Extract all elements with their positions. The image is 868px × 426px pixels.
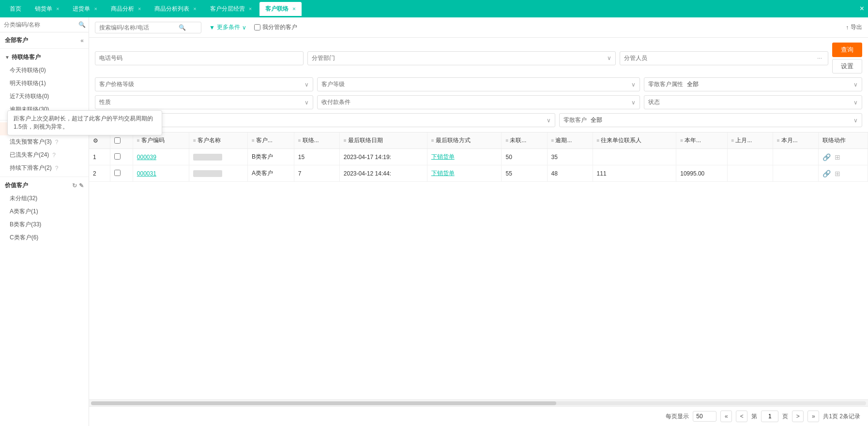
sidebar-group-pending[interactable]: ▼ 待联络客户	[0, 51, 89, 64]
scroll-track[interactable]	[91, 401, 866, 405]
cell-code-1[interactable]: 000039	[133, 149, 189, 165]
cell-last-method-2[interactable]: 下销货单	[427, 165, 502, 182]
qr-icon-1[interactable]: ⊞	[835, 153, 840, 161]
page-nav-last[interactable]: »	[807, 411, 819, 422]
sidebar-item-today[interactable]: 今天待联络(0)	[0, 64, 89, 77]
sort-icon-contacts: ≡	[597, 138, 600, 143]
close-tab-customer-contact[interactable]: ×	[292, 6, 295, 12]
tab-purchase[interactable]: 进货单 ×	[67, 2, 103, 16]
col-uncontacted[interactable]: ≡ 未联...	[502, 132, 547, 149]
filter-price-level[interactable]: 客户价格等级 ∨	[95, 77, 313, 91]
horizontal-scrollbar[interactable]	[89, 399, 868, 406]
filter-manager[interactable]: 分管人员 ···	[620, 51, 828, 65]
close-window-button[interactable]: ×	[860, 4, 864, 13]
refresh-icon[interactable]: ↻	[72, 182, 77, 189]
scroll-thumb[interactable]	[91, 401, 556, 405]
masked-name-1	[193, 154, 222, 161]
col-overdue[interactable]: ≡ 逾期...	[547, 132, 593, 149]
select-all-checkbox[interactable]	[114, 137, 121, 144]
sidebar-item-churn-warning[interactable]: 流失预警客户(3) ?	[0, 135, 89, 148]
sidebar-collapse-button[interactable]: «	[80, 37, 84, 44]
page-nav-prev[interactable]: <	[736, 411, 747, 422]
close-tab-goods-analysis-list[interactable]: ×	[193, 6, 196, 12]
cell-last-method-1[interactable]: 下销货单	[427, 149, 502, 165]
col-last-date[interactable]: ≡ 最后联络日期	[339, 132, 427, 149]
page-size-select[interactable]: 50 100 200	[693, 411, 716, 422]
sidebar-item-tomorrow[interactable]: 明天待联络(1)	[0, 77, 89, 90]
link-icon-1[interactable]: 🔗	[822, 153, 831, 161]
row-checkbox-2[interactable]	[114, 170, 121, 176]
page-input[interactable]	[761, 411, 778, 422]
col-type[interactable]: ≡ 客户...	[247, 132, 294, 149]
cell-overdue-1: 35	[547, 149, 593, 165]
tab-goods-analysis-list[interactable]: 商品分析列表 ×	[149, 2, 202, 16]
nature-dropdown-icon[interactable]: ∨	[305, 99, 309, 106]
help-icon-declining[interactable]: ?	[55, 165, 59, 172]
link-icon-2[interactable]: 🔗	[822, 170, 831, 177]
sidebar-item-ungrouped[interactable]: 未分组(32)	[0, 192, 89, 205]
col-contacts[interactable]: ≡ 往来单位联系人	[593, 132, 676, 149]
customer-level-dropdown-icon[interactable]: ∨	[631, 81, 636, 88]
col-last-month[interactable]: ≡ 上月...	[727, 132, 773, 149]
more-icon[interactable]: ···	[817, 55, 822, 61]
filter-retail-attr[interactable]: 零散客户属性 全部 ∨	[644, 77, 862, 91]
phone-input[interactable]	[124, 55, 299, 61]
status-dropdown-icon[interactable]: ∨	[853, 99, 858, 106]
sidebar-item-a-class[interactable]: A类客户(1)	[0, 205, 89, 218]
col-last-method[interactable]: ≡ 最后联络方式	[427, 132, 502, 149]
search-icon[interactable]: 🔍	[78, 21, 86, 28]
help-icon-churn-warning[interactable]: ?	[55, 139, 59, 146]
qr-icon-2[interactable]: ⊞	[835, 170, 840, 177]
help-icon-churned[interactable]: ?	[52, 152, 56, 159]
query-button[interactable]: 查询	[832, 43, 862, 57]
search-submit-icon[interactable]: 🔍	[179, 24, 186, 31]
more-conditions-button[interactable]: ▼ 更多条件 ∨	[205, 21, 250, 33]
filter-payment[interactable]: 收付款条件 ∨	[317, 95, 640, 109]
page-nav-first[interactable]: «	[720, 411, 732, 422]
col-year-amount[interactable]: ≡ 本年...	[676, 132, 727, 149]
retail-customer-dropdown-icon[interactable]: ∨	[853, 117, 858, 124]
tab-customer-tier[interactable]: 客户分层经营 ×	[204, 2, 258, 16]
masked-name-2	[193, 170, 222, 177]
cell-code-2[interactable]: 000031	[133, 165, 189, 182]
filter-nature[interactable]: 性质 ∨	[95, 95, 313, 109]
customer-type-dropdown-icon[interactable]: ∨	[547, 117, 551, 124]
tab-sales[interactable]: 销货单 ×	[29, 2, 65, 16]
department-dropdown-icon[interactable]: ∨	[607, 55, 611, 61]
close-tab-purchase[interactable]: ×	[94, 6, 97, 12]
payment-dropdown-icon[interactable]: ∨	[631, 99, 636, 106]
retail-attr-dropdown-icon[interactable]: ∨	[853, 81, 858, 88]
filter-status[interactable]: 状态 ∨	[644, 95, 862, 109]
filter-customer-level[interactable]: 客户等级 ∨	[317, 77, 640, 91]
row-checkbox-1[interactable]	[114, 153, 121, 160]
sidebar-group-value-customers[interactable]: 价值客户 ↻ ✎	[0, 179, 89, 192]
filter-retail-customer[interactable]: 零散客户 全部 ∨	[559, 113, 862, 127]
col-contact[interactable]: ≡ 联络...	[294, 132, 339, 149]
search-input[interactable]	[99, 24, 177, 31]
tab-customer-contact[interactable]: 客户联络 ×	[259, 2, 301, 16]
export-button[interactable]: ↑ 导出	[846, 23, 862, 31]
sidebar-item-b-class[interactable]: B类客户(33)	[0, 218, 89, 231]
tab-home[interactable]: 首页	[4, 2, 27, 16]
edit-icon[interactable]: ✎	[79, 182, 84, 189]
filter-customer-type[interactable]: 客户类型 ∨	[105, 113, 555, 127]
my-customers-checkbox[interactable]	[254, 24, 260, 30]
tab-goods-analysis[interactable]: 商品分析 ×	[105, 2, 147, 16]
setting-button[interactable]: 设置	[832, 59, 862, 73]
close-tab-sales[interactable]: ×	[56, 6, 59, 12]
sidebar-search-input[interactable]	[4, 21, 76, 28]
table-header-row: ⚙ ≡ 客户编码	[89, 132, 868, 149]
close-tab-customer-tier[interactable]: ×	[249, 6, 252, 12]
page-nav-next[interactable]: >	[792, 411, 804, 422]
filter-department[interactable]: 分管部门 ∨	[307, 51, 616, 65]
col-this-month[interactable]: ≡ 本月...	[773, 132, 818, 149]
close-tab-goods-analysis[interactable]: ×	[138, 6, 141, 12]
payment-label: 收付款条件	[321, 98, 350, 106]
settings-icon[interactable]: ⚙	[93, 137, 98, 144]
sidebar-item-declining[interactable]: 持续下滑客户(2) ?	[0, 162, 89, 175]
price-level-dropdown-icon[interactable]: ∨	[305, 81, 309, 88]
sidebar-item-7days[interactable]: 近7天待联络(0)	[0, 90, 89, 103]
col-name[interactable]: ≡ 客户名称	[189, 132, 247, 149]
sidebar-item-c-class[interactable]: C类客户(6)	[0, 231, 89, 244]
sidebar-item-churned[interactable]: 已流失客户(24) ?	[0, 148, 89, 162]
